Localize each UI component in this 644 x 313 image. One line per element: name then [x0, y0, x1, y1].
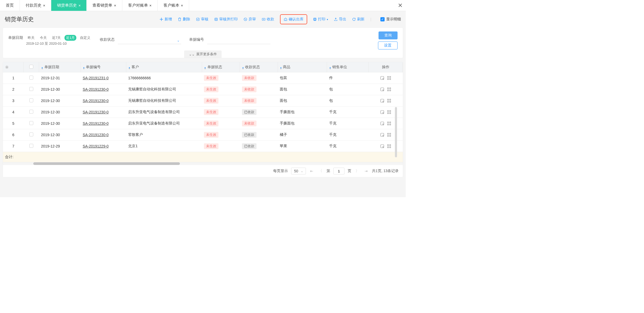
more-icon[interactable]	[387, 144, 391, 148]
date-quick-7d[interactable]: 近7天	[50, 35, 62, 41]
checkbox-icon[interactable]	[29, 144, 33, 148]
date-quick-yesterday[interactable]: 昨天	[26, 35, 36, 41]
view-icon[interactable]	[380, 144, 384, 148]
horizontal-scrollbar[interactable]	[3, 162, 403, 165]
cell-status: 未生效	[202, 129, 240, 141]
docno-link[interactable]: SA-20191230-0	[83, 133, 109, 137]
checkbox-icon[interactable]	[29, 110, 33, 114]
view-icon[interactable]	[380, 121, 384, 126]
collect-button[interactable]: 收款	[262, 17, 274, 22]
scrollbar-thumb[interactable]	[33, 162, 180, 165]
row-check[interactable]	[24, 129, 39, 141]
row-check[interactable]	[24, 141, 39, 152]
cell-docno[interactable]: SA-20191229-0	[81, 141, 126, 152]
filter-card: 单据日期 昨天 今天 近7天 近1月 自定义 2019-12-10 至 2020…	[3, 27, 403, 58]
cell-docno[interactable]: SA-20191231-0	[81, 72, 126, 84]
docno-link[interactable]: SA-20191230-0	[83, 99, 109, 103]
confirm-out-button[interactable]: 确认出库	[280, 14, 307, 24]
col-check-all[interactable]	[24, 62, 39, 72]
cell-docno[interactable]: SA-20191230-0	[81, 84, 126, 95]
docno-link[interactable]: SA-20191229-0	[83, 144, 109, 148]
audit-print-button[interactable]: 审核并打印	[214, 17, 238, 22]
next-page-button[interactable]: 〉	[354, 169, 360, 173]
col-paystatus[interactable]: ▲▼收款状态	[240, 62, 278, 72]
col-date[interactable]: ▲▼单据日期	[39, 62, 81, 72]
close-icon[interactable]: ×	[181, 3, 183, 8]
tab-customer-statement[interactable]: 客户对账单×	[122, 0, 158, 11]
last-page-button[interactable]: ⇥	[363, 169, 369, 173]
add-button[interactable]: 新增	[160, 17, 172, 22]
cell-docno[interactable]: SA-20191230-0	[81, 129, 126, 141]
row-check[interactable]	[24, 72, 39, 84]
docno-link[interactable]: SA-20191231-0	[83, 76, 109, 80]
unaudit-icon	[244, 17, 247, 21]
cell-docno[interactable]: SA-20191230-0	[81, 107, 126, 118]
cell-docno[interactable]: SA-20191230-0	[81, 95, 126, 107]
vertical-scrollbar[interactable]	[395, 107, 397, 157]
prev-page-button[interactable]: 〈	[318, 169, 323, 173]
paystatus-select[interactable]: ⌄	[118, 37, 181, 44]
tab-customer-ledger[interactable]: 客户账本×	[158, 0, 189, 11]
refresh-button[interactable]: 刷新	[352, 17, 365, 22]
unaudit-button[interactable]: 弃审	[244, 17, 256, 22]
page-input[interactable]	[333, 168, 344, 174]
per-page-select[interactable]: 50⌄	[291, 168, 306, 174]
more-icon[interactable]	[387, 87, 391, 91]
row-check[interactable]	[24, 107, 39, 118]
checkbox-icon[interactable]	[29, 132, 33, 136]
docno-link[interactable]: SA-20191230-0	[83, 121, 109, 126]
delete-button[interactable]: 删除	[178, 17, 190, 22]
col-product[interactable]: ▲▼商品	[278, 62, 327, 72]
row-check[interactable]	[24, 95, 39, 107]
checkbox-icon[interactable]	[29, 76, 33, 80]
close-icon[interactable]: ×	[150, 3, 152, 8]
print-button[interactable]: 打印▾	[313, 17, 328, 22]
checkbox-icon[interactable]	[29, 65, 33, 69]
view-icon[interactable]	[380, 76, 384, 80]
close-icon[interactable]: ×	[114, 3, 116, 8]
tab-sales-history[interactable]: 销货单历史×	[51, 0, 87, 11]
export-button[interactable]: 导出	[334, 17, 346, 22]
checkbox-icon[interactable]	[29, 87, 33, 91]
first-page-button[interactable]: ⇤	[309, 169, 314, 173]
more-icon[interactable]	[387, 76, 391, 80]
close-all-icon[interactable]: ✕	[395, 0, 406, 11]
checkbox-icon[interactable]	[29, 121, 33, 125]
docno-input[interactable]	[207, 37, 270, 44]
more-icon[interactable]	[387, 110, 391, 114]
col-unit[interactable]: ▲▼销售单位	[327, 62, 369, 72]
tab-payment-history[interactable]: 付款历史×	[20, 0, 51, 11]
col-status[interactable]: ▲▼单据状态	[202, 62, 240, 72]
close-icon[interactable]: ×	[43, 3, 45, 8]
cell-docno[interactable]: SA-20191230-0	[81, 118, 126, 129]
more-icon[interactable]	[387, 121, 391, 126]
date-quick-custom[interactable]: 自定义	[78, 35, 92, 41]
more-icon[interactable]	[387, 99, 391, 103]
docno-link[interactable]: SA-20191230-0	[83, 87, 109, 91]
col-customer[interactable]: ▲▼客户	[126, 62, 202, 72]
row-check[interactable]	[24, 118, 39, 129]
more-conditions-toggle[interactable]: ⌄⌄展开更多条件	[184, 50, 222, 58]
docno-link[interactable]: SA-20191230-0	[83, 110, 109, 114]
tab-view-sales[interactable]: 查看销货单×	[87, 0, 122, 11]
col-settings[interactable]	[3, 62, 24, 72]
row-check[interactable]	[24, 84, 39, 95]
tab-home[interactable]: 首页	[0, 0, 20, 11]
view-icon[interactable]	[380, 133, 384, 137]
date-quick-today[interactable]: 今天	[38, 35, 48, 41]
col-no[interactable]: ▲▼单据编号	[81, 62, 126, 72]
show-detail-toggle[interactable]: ✓显示明细	[380, 17, 401, 22]
settings-button[interactable]: 设置	[378, 42, 398, 49]
view-icon[interactable]	[380, 110, 384, 114]
more-icon[interactable]	[387, 133, 391, 137]
svg-rect-21	[390, 90, 391, 91]
view-icon[interactable]	[380, 99, 384, 103]
toolbar-label: 审核	[201, 17, 208, 22]
audit-button[interactable]: 审核	[196, 17, 208, 22]
paystatus-badge: 已收款	[242, 132, 256, 138]
query-button[interactable]: 查询	[379, 31, 398, 39]
view-icon[interactable]	[380, 87, 384, 91]
checkbox-icon[interactable]	[29, 98, 33, 102]
date-quick-1m[interactable]: 近1月	[64, 35, 76, 41]
close-icon[interactable]: ×	[78, 3, 81, 8]
